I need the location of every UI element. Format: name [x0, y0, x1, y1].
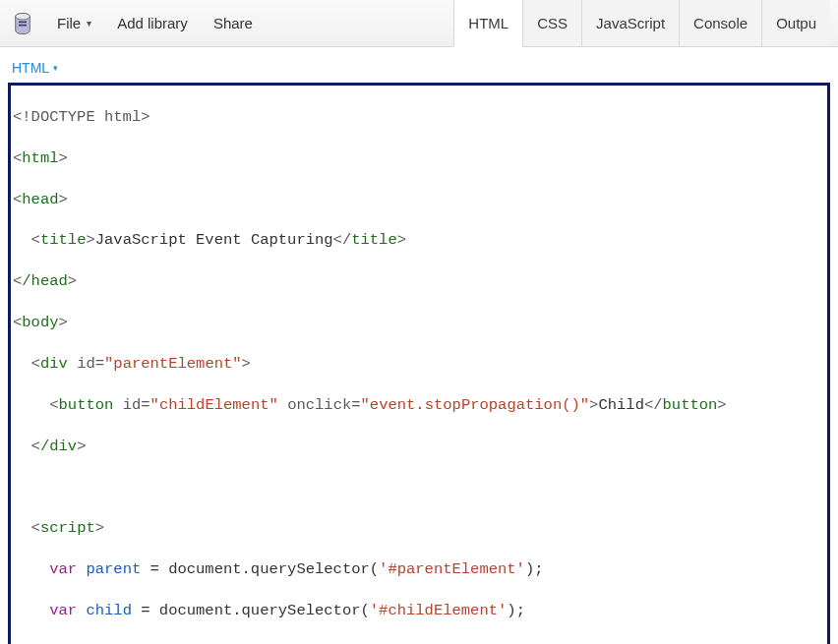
toolbar-left: File ▾ Add library Share — [10, 11, 257, 36]
language-tab-row: HTML ▾ — [8, 55, 830, 83]
tab-css[interactable]: CSS — [522, 0, 581, 46]
svg-point-1 — [16, 13, 30, 20]
tab-output[interactable]: Outpu — [761, 0, 830, 46]
language-select-label: HTML — [12, 60, 49, 76]
tab-html[interactable]: HTML — [453, 0, 522, 47]
tab-console[interactable]: Console — [679, 0, 761, 46]
editor-area: HTML ▾ <!DOCTYPE html> <html> <head> <ti… — [0, 47, 838, 644]
dropdown-triangle-icon: ▾ — [87, 18, 91, 29]
tab-javascript[interactable]: JavaScript — [581, 0, 679, 46]
share-button[interactable]: Share — [210, 11, 257, 35]
code-text: <!DOCTYPE html> — [13, 108, 150, 126]
file-menu[interactable]: File ▾ — [53, 11, 95, 35]
top-toolbar: File ▾ Add library Share HTML CSS JavaSc… — [0, 0, 838, 47]
svg-rect-3 — [19, 24, 27, 26]
language-select[interactable]: HTML ▾ — [12, 60, 58, 76]
file-menu-label: File — [57, 15, 81, 31]
toolbar-right: HTML CSS JavaScript Console Outpu — [453, 0, 830, 46]
jsbin-logo-icon[interactable] — [10, 11, 35, 36]
add-library-button[interactable]: Add library — [113, 11, 192, 35]
code-editor[interactable]: <!DOCTYPE html> <html> <head> <title>Jav… — [8, 83, 830, 644]
dropdown-triangle-icon: ▾ — [53, 63, 58, 73]
svg-rect-2 — [19, 21, 27, 23]
